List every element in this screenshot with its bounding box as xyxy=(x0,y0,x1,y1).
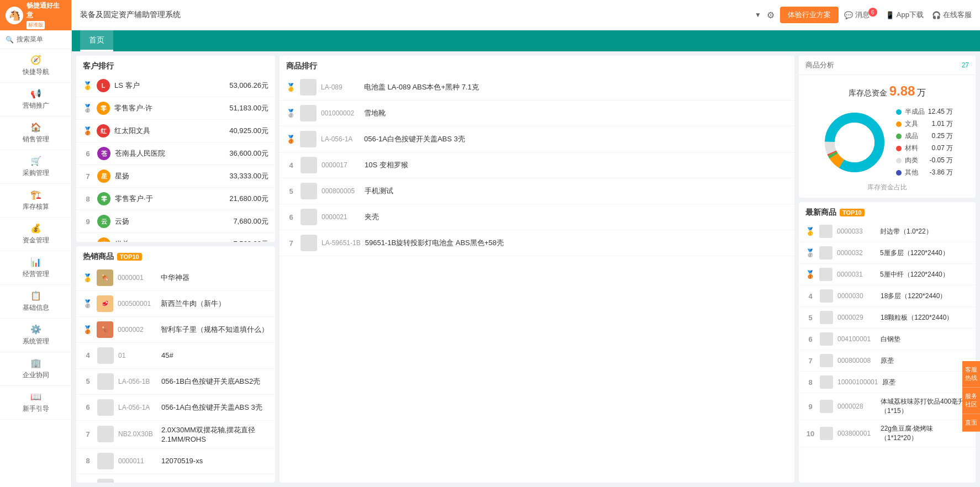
new-product-3[interactable]: 🥉 0000031 5厘中纤（1220*2440） xyxy=(799,264,976,285)
cs-direct[interactable]: 直面 xyxy=(962,414,980,432)
new-product-4[interactable]: 4 0000030 18多层（1220*2440） xyxy=(799,285,976,307)
legend-value-4: 0.07 万 xyxy=(931,144,953,153)
customer-rank-8[interactable]: 10 肖 肖总 7,563.00元 xyxy=(76,233,275,242)
new-product-7[interactable]: 7 000800008 原垄 xyxy=(799,350,976,372)
customer-ranking-panel: 客户排行 🥇 L LS 客户 53,006.26元 🥈 零 零售客户·许 51,… xyxy=(76,56,275,242)
hot-product-1[interactable]: 🥇 🍖 0000001 中华神器 xyxy=(76,265,275,291)
customer-avatar-1: L xyxy=(97,79,110,92)
hot-product-img-3: 🍗 xyxy=(97,321,113,338)
hot-product-5[interactable]: 5 LA-056-1B 056-1B白色按键开关底ABS2壳 xyxy=(76,369,275,395)
sidebar-item-marketing[interactable]: 📢 营销推广 xyxy=(0,83,71,117)
hot-product-name-4: 45# xyxy=(161,351,268,359)
hot-products-title: 热销商品 TOP10 xyxy=(76,246,275,265)
hot-product-name-7: 2.0X30MM双摆花轴,摆花直径2.1MM/ROHS xyxy=(161,425,268,443)
trial-button[interactable]: 体验行业方案 xyxy=(780,7,839,23)
new-prod-name-6: 白钢垫 xyxy=(881,335,969,344)
new-rank-7: 7 xyxy=(805,357,815,365)
customer-rank-3[interactable]: 🥉 红 红太阳文具 40,925.00元 xyxy=(76,120,275,142)
prod-img-5 xyxy=(301,183,317,199)
marketing-icon: 📢 xyxy=(30,88,41,99)
prod-medal-bronze: 🥉 xyxy=(286,135,296,144)
sidebar-item-quick-nav[interactable]: 🧭 快捷导航 xyxy=(0,49,71,83)
settings-icon[interactable]: ⚙ xyxy=(767,10,774,20)
prod-img-4 xyxy=(301,157,317,173)
new-prod-code-3: 0000031 xyxy=(837,271,876,278)
customer-rank-6[interactable]: 8 零 零售客户·于 21,680.00元 xyxy=(76,188,275,210)
product-rank-6[interactable]: 6 0000021 夹壳 xyxy=(280,204,794,230)
hot-rank-6: 6 xyxy=(83,403,93,411)
hot-product-code-6: LA-056-1A xyxy=(118,404,157,411)
sidebar-item-system[interactable]: ⚙️ 系统管理 xyxy=(0,319,71,352)
customer-rank-1[interactable]: 🥇 L LS 客户 53,006.26元 xyxy=(76,75,275,97)
inventory-panel: 商品分析 27 库存总资金 9.88 万 xyxy=(799,56,976,198)
hot-product-9[interactable]: 9 KK-SD22110H 花语萌恒温分罐罐袋（厚款） xyxy=(76,474,275,483)
new-product-6[interactable]: 6 004100001 白钢垫 xyxy=(799,329,976,350)
product-rank-2[interactable]: 🥈 001000002 雪地靴 xyxy=(280,100,794,126)
inventory-icon: 🏗️ xyxy=(30,189,41,200)
customer-rank-7[interactable]: 9 云 云扬 7,680.00元 xyxy=(76,210,275,233)
inventory-link[interactable]: 27 xyxy=(962,61,969,69)
search-menu-button[interactable]: 🔍 搜索菜单 xyxy=(6,35,66,44)
new-prod-name-10: 22g鱼豆腐·烧烤味（1*12*20） xyxy=(881,424,969,443)
new-product-8[interactable]: 8 10000100001 原垄 xyxy=(799,372,976,393)
cs-hotline[interactable]: 客服热线 xyxy=(962,361,980,388)
customer-rank-4[interactable]: 6 苍 苍南县人民医院 36,600.00元 xyxy=(76,142,275,165)
sidebar-item-basic-info[interactable]: 📋 基础信息 xyxy=(0,285,71,319)
hot-product-img-4 xyxy=(97,347,114,364)
new-prod-img-5 xyxy=(820,311,833,324)
product-rank-1[interactable]: 🥇 LA-089 电池盖 LA-089 ABS本色+黑种 7.1克 xyxy=(280,75,794,100)
hot-product-img-1: 🍖 xyxy=(97,269,113,286)
operation-icon: 📊 xyxy=(30,257,41,267)
new-product-5[interactable]: 5 0000029 18颗粒板（1220*2440） xyxy=(799,307,976,329)
product-rank-5[interactable]: 5 000800005 手机测试 xyxy=(280,178,794,204)
hot-product-8[interactable]: 8 0000011 12070519-xs xyxy=(76,448,275,474)
new-product-9[interactable]: 9 0000028 体城荔枝味苏打饮品400毫升（1*15） xyxy=(799,393,976,420)
dropdown-icon[interactable]: ▼ xyxy=(755,11,761,19)
customer-amount-8: 7,563.00元 xyxy=(233,239,268,242)
new-prod-img-1 xyxy=(819,225,833,238)
tab-home[interactable]: 首页 xyxy=(80,30,113,51)
sidebar-item-purchase[interactable]: 🛒 采购管理 xyxy=(0,150,71,184)
sidebar-item-guide[interactable]: 📖 新手引导 xyxy=(0,386,71,420)
new-product-10[interactable]: 10 003800001 22g鱼豆腐·烧烤味（1*12*20） xyxy=(799,420,976,447)
app-download-action[interactable]: 📱 App下载 xyxy=(886,10,924,20)
customer-rank-5[interactable]: 7 星 星扬 33,333.00元 xyxy=(76,165,275,188)
new-product-1[interactable]: 🥇 0000033 封边带（1.0*22） xyxy=(799,221,976,242)
cs-community[interactable]: 服务社区 xyxy=(962,388,980,414)
hot-product-7[interactable]: 7 NB2.0X30B 2.0X30MM双摆花轴,摆花直径2.1MM/ROHS xyxy=(76,421,275,448)
cs-float: 客服热线 服务社区 直面 xyxy=(962,361,980,432)
hot-product-img-8 xyxy=(97,453,114,469)
hot-product-2[interactable]: 🥈 🥩 000500001 新西兰牛肉（新牛） xyxy=(76,291,275,317)
product-rank-3[interactable]: 🥉 LA-056-1A 056-1A白色按键开关盖ABS 3壳 xyxy=(280,126,794,152)
sidebar-item-sales[interactable]: 🏠 销售管理 xyxy=(0,117,71,150)
hot-rank-4: 4 xyxy=(83,351,93,359)
finance-icon: 💰 xyxy=(30,223,41,234)
prod-img-1 xyxy=(300,79,317,96)
sidebar-item-corp[interactable]: 🏢 企业协同 xyxy=(0,352,71,386)
new-rank-5: 5 xyxy=(805,314,815,322)
sidebar-item-operation[interactable]: 📊 经营管理 xyxy=(0,251,71,285)
hot-product-4[interactable]: 4 01 45# xyxy=(76,343,275,369)
online-service-action[interactable]: 🎧 在线客服 xyxy=(932,10,972,20)
prod-rank-7: 7 xyxy=(286,239,296,247)
customer-rank-2[interactable]: 🥈 零 零售客户·许 51,183.00元 xyxy=(76,97,275,120)
mobile-icon: 📱 xyxy=(886,11,894,19)
messages-action[interactable]: 💬 消息 6 xyxy=(844,10,877,20)
hot-product-6[interactable]: 6 LA-056-1A 056-1A白色按键开关盖ABS 3壳 xyxy=(76,395,275,421)
product-rank-7[interactable]: 7 LA-59651-1B 59651-1B旋转投影灯电池盒 ABS黑色+58壳 xyxy=(280,230,794,256)
inventory-amount: 9.88 xyxy=(889,83,915,98)
customer-name-8: 肖总 xyxy=(115,239,229,242)
new-prod-code-1: 0000033 xyxy=(837,227,876,235)
product-rank-4[interactable]: 4 0000017 10S 变相罗猴 xyxy=(280,152,794,178)
sidebar-search[interactable]: 🔍 搜索菜单 xyxy=(0,30,71,49)
main-area: 装备及固定资产辅助管理系统 ▼ ⚙ 体验行业方案 💬 消息 6 📱 App下载 … xyxy=(72,0,980,487)
hot-products-panel: 热销商品 TOP10 🥇 🍖 0000001 中华神器 🥈 🥩 00050000… xyxy=(76,246,275,483)
sidebar-item-finance[interactable]: 💰 资金管理 xyxy=(0,218,71,251)
hot-medal-silver: 🥈 xyxy=(83,299,92,308)
new-product-2[interactable]: 🥈 0000032 5厘多层（1220*2440） xyxy=(799,242,976,264)
top10-badge: TOP10 xyxy=(117,253,142,261)
sidebar-item-inventory[interactable]: 🏗️ 库存核算 xyxy=(0,184,71,218)
hot-product-3[interactable]: 🥉 🍗 0000002 智利车子里（规格不知道填什么） xyxy=(76,317,275,343)
legend-item-6: 其他 -3.86 万 xyxy=(896,168,953,177)
customer-name-7: 云扬 xyxy=(115,216,229,226)
